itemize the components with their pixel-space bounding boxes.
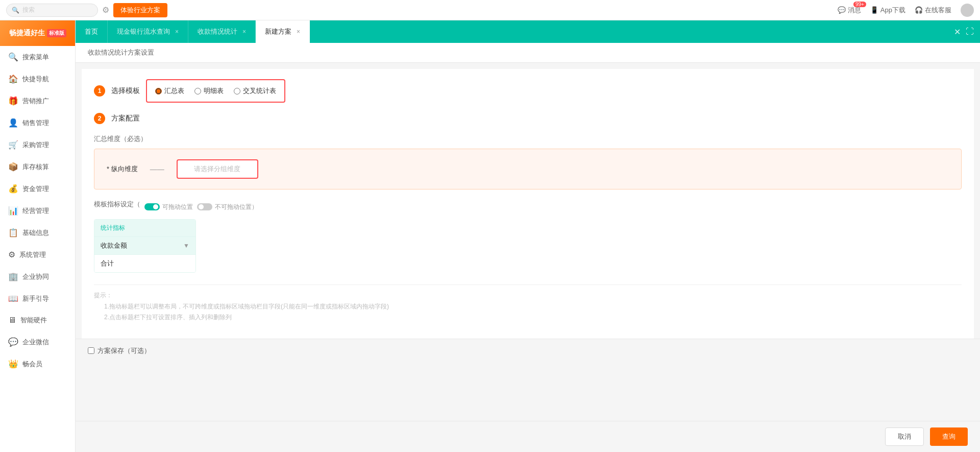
sidebar-item-label: 经营管理 (22, 206, 49, 216)
sales-icon: 👤 (8, 118, 18, 128)
sidebar-item-hardware[interactable]: 🖥 智能硬件 (0, 310, 75, 331)
sidebar-item-operations[interactable]: 📊 经营管理 (0, 200, 75, 222)
metrics-cell-revenue: 收款金额 ▼ (94, 237, 195, 255)
search-icon: 🔍 (12, 7, 19, 14)
save-option-label: 方案保存（可选） (97, 346, 151, 355)
sidebar-item-enterprise[interactable]: 🏢 企业协同 (0, 266, 75, 288)
metrics-subtotal: 合计 (94, 255, 195, 272)
dimension-select[interactable]: 请选择分组维度 (177, 159, 258, 179)
sidebar-item-sales[interactable]: 👤 销售管理 (0, 112, 75, 134)
query-button[interactable]: 查询 (930, 427, 968, 446)
sidebar-item-guide[interactable]: 📖 新手引导 (0, 288, 75, 310)
page-content: 收款情况统计方案设置 1 选择模板 汇总表 (76, 43, 980, 421)
sidebar-item-marketing[interactable]: 🎁 营销推广 (0, 90, 75, 112)
metrics-hint-row: 模板指标设定（ 可拖动位置 不可拖动位置） (94, 200, 962, 214)
sidebar-item-label: 系统管理 (19, 250, 46, 259)
message-item[interactable]: 💬 消息 99+ (838, 6, 861, 15)
sidebar-item-member[interactable]: 👑 畅会员 (0, 353, 75, 375)
sidebar-item-label: 销售管理 (22, 118, 49, 128)
tab-home-label: 首页 (85, 27, 98, 36)
tab-receipt-stats-close[interactable]: × (242, 28, 246, 35)
sidebar-item-wechat[interactable]: 💬 企业微信 (0, 331, 75, 353)
purchase-icon: 🛒 (8, 140, 18, 150)
draggable-toggle (144, 203, 160, 210)
sidebar-item-label: 新手引导 (22, 294, 49, 303)
tip2: 2.点击标题栏下拉可设置排序、插入列和删除列 (94, 312, 962, 323)
metrics-cell-revenue-label: 收款金额 (101, 241, 127, 250)
download-icon: 📱 (870, 6, 878, 14)
tab-home[interactable]: 首页 (76, 20, 108, 43)
sidebar-item-quick-nav[interactable]: 🏠 快捷导航 (0, 68, 75, 90)
vertical-dim-label: * 纵向维度 (107, 164, 138, 174)
sidebar: 畅捷通好生 标准版 🔍 搜索菜单 🏠 快捷导航 🎁 营销推广 👤 销售管理 🛒 … (0, 20, 76, 452)
save-checkbox-row: 方案保存（可选） (88, 346, 968, 355)
enterprise-icon: 🏢 (8, 272, 18, 281)
template-radio-group: 汇总表 明细表 交叉统计表 (155, 86, 276, 96)
radio-summary-input[interactable] (155, 88, 162, 94)
sidebar-item-purchase[interactable]: 🛒 采购管理 (0, 134, 75, 156)
metrics-cell-revenue-dropdown[interactable]: ▼ (183, 242, 189, 249)
search-placeholder-text: 搜索 (22, 6, 35, 14)
breadcrumb: 收款情况统计方案设置 (76, 43, 980, 63)
bottom-section: 方案保存（可选） (76, 339, 980, 363)
avatar[interactable] (961, 4, 974, 17)
step2-row: 2 方案配置 (94, 113, 962, 124)
tab-new-plan-close[interactable]: × (297, 28, 300, 35)
tab-new-plan[interactable]: 新建方案 × (256, 20, 310, 43)
wechat-icon: 💬 (8, 337, 18, 347)
tab-expand-icon[interactable]: ⛶ (966, 27, 974, 36)
sidebar-logo: 畅捷通好生 标准版 (0, 20, 75, 46)
radio-crosstab[interactable]: 交叉统计表 (234, 86, 276, 96)
message-badge: 99+ (853, 2, 866, 7)
sidebar-item-label: 采购管理 (22, 140, 49, 150)
metrics-table-header: 统计指标 (94, 220, 195, 237)
sidebar-item-label: 库存核算 (22, 162, 49, 172)
gear-icon[interactable]: ⚙ (102, 5, 109, 15)
radio-summary-label: 汇总表 (164, 86, 184, 96)
content-area: 首页 现金银行流水查询 × 收款情况统计 × 新建方案 × ✕ ⛶ (76, 20, 980, 452)
download-item[interactable]: 📱 App下载 (870, 6, 905, 15)
marketing-icon: 🎁 (8, 96, 18, 106)
tab-bar: 首页 现金银行流水查询 × 收款情况统计 × 新建方案 × ✕ ⛶ (76, 20, 980, 43)
radio-detail[interactable]: 明细表 (194, 86, 224, 96)
footer-bar: 取消 查询 (76, 421, 980, 452)
dimension-section-label: 汇总维度（必选） (94, 134, 962, 144)
save-checkbox[interactable] (88, 347, 94, 354)
sidebar-item-label: 企业微信 (22, 338, 49, 347)
sidebar-item-system[interactable]: ⚙ 系统管理 (0, 244, 75, 266)
trial-button[interactable]: 体验行业方案 (113, 3, 167, 17)
sidebar-item-label: 搜索菜单 (22, 53, 49, 62)
tab-close-all-icon[interactable]: ✕ (954, 27, 961, 37)
radio-summary[interactable]: 汇总表 (155, 86, 184, 96)
tab-new-plan-label: 新建方案 (265, 27, 291, 36)
radio-detail-input[interactable] (194, 88, 201, 94)
service-item[interactable]: 🎧 在线客服 (915, 6, 951, 15)
sidebar-item-search-menu[interactable]: 🔍 搜索菜单 (0, 46, 75, 68)
metrics-table: 统计指标 收款金额 ▼ 合计 (94, 219, 196, 273)
step1-num: 1 (94, 85, 105, 97)
sidebar-item-label: 企业协同 (22, 272, 49, 281)
service-icon: 🎧 (915, 6, 923, 14)
search-bar[interactable]: 🔍 搜索 (6, 4, 98, 17)
tab-bank-flow-close[interactable]: × (175, 28, 179, 35)
radio-crosstab-input[interactable] (234, 88, 240, 94)
cancel-button[interactable]: 取消 (885, 427, 924, 446)
draggable-label: 可拖动位置 (162, 203, 193, 211)
tab-bank-flow[interactable]: 现金银行流水查询 × (108, 20, 188, 43)
tab-receipt-stats-label: 收款情况统计 (198, 27, 237, 36)
sidebar-item-inventory[interactable]: 📦 库存核算 (0, 156, 75, 178)
tab-receipt-stats[interactable]: 收款情况统计 × (188, 20, 256, 43)
sidebar-item-basic-info[interactable]: 📋 基础信息 (0, 222, 75, 244)
sidebar-item-capital[interactable]: 💰 资金管理 (0, 178, 75, 200)
step2-label: 方案配置 (111, 114, 140, 123)
radio-detail-label: 明细表 (204, 86, 224, 96)
capital-icon: 💰 (8, 184, 18, 194)
non-draggable-label: 不可拖动位置） (215, 203, 258, 211)
template-selection-box: 汇总表 明细表 交叉统计表 (146, 79, 285, 103)
breadcrumb-text: 收款情况统计方案设置 (88, 49, 154, 56)
header-right: 💬 消息 99+ 📱 App下载 🎧 在线客服 (838, 4, 974, 17)
step2-num: 2 (94, 113, 105, 124)
sidebar-item-label: 快捷导航 (22, 75, 49, 84)
tab-bar-actions: ✕ ⛶ (948, 20, 980, 43)
quick-nav-icon: 🏠 (8, 74, 18, 84)
